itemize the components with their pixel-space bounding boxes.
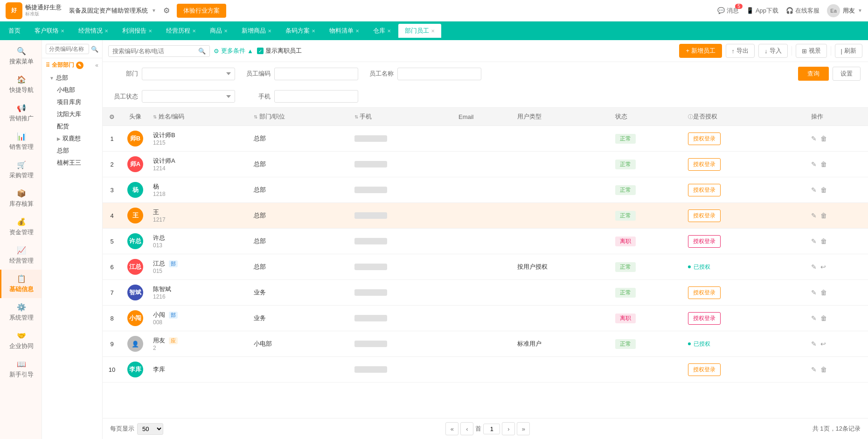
search-button[interactable]: 查询 <box>798 67 829 81</box>
edit-btn-5[interactable]: ✎ <box>811 237 817 245</box>
delete-btn-8[interactable]: 🗑 <box>820 314 827 322</box>
edit-btn-3[interactable]: ✎ <box>811 186 817 194</box>
app-download-button[interactable]: 📱 App下载 <box>746 7 778 15</box>
more-filter-button[interactable]: ⚙ 更多条件 ▲ <box>214 47 253 55</box>
nav-basic-info[interactable]: 📋 基础信息 <box>0 270 42 298</box>
tab-profit[interactable]: 利润报告 ✕ <box>116 24 159 38</box>
auth-btn-8[interactable]: 授权登录 <box>688 312 721 325</box>
dept-search-icon[interactable]: 🔍 <box>91 46 98 53</box>
nav-system[interactable]: ⚙️ 系统管理 <box>0 298 42 327</box>
last-page-btn[interactable]: » <box>517 422 530 435</box>
edit-btn-9[interactable]: ✎ <box>811 340 817 348</box>
tree-item-peihuo[interactable]: 配货 <box>53 120 102 132</box>
delete-btn-2[interactable]: 🗑 <box>820 160 827 168</box>
tree-item-zongbu2[interactable]: 总部 <box>53 145 102 157</box>
delete-btn-4[interactable]: 🗑 <box>820 212 827 219</box>
prev-page-btn[interactable]: ‹ <box>460 422 473 435</box>
tab-ops-close[interactable]: ✕ <box>104 28 108 34</box>
delete-btn-5[interactable]: 🗑 <box>820 237 827 245</box>
dept-edit-icon[interactable]: ✎ <box>76 62 83 69</box>
tree-item-xiaodianbu[interactable]: 小电部 <box>53 84 102 96</box>
add-employee-button[interactable]: + 新增员工 <box>679 44 722 58</box>
trial-button[interactable]: 体验行业方案 <box>177 4 226 18</box>
sidebar-collapse-btn[interactable]: « <box>95 62 98 69</box>
tab-bom[interactable]: 物料清单 ✕ <box>323 24 366 38</box>
edit-btn-10[interactable]: ✎ <box>811 366 817 373</box>
nav-finance[interactable]: 💰 资金管理 <box>0 213 42 241</box>
tab-history-close[interactable]: ✕ <box>192 28 196 34</box>
auth-btn-3[interactable]: 授权登录 <box>688 184 721 196</box>
message-button[interactable]: 💬 消息 5 <box>717 7 739 15</box>
search-icon[interactable]: 🔍 <box>198 48 206 55</box>
all-dept-label[interactable]: ⠿ 全部部门 ✎ <box>46 61 83 69</box>
auth-btn-1[interactable]: 授权登录 <box>688 132 721 145</box>
nav-sales[interactable]: 📊 销售管理 <box>0 127 42 156</box>
more-button[interactable]: | 刷新 <box>835 44 862 58</box>
view-button[interactable]: ⊞ 视景 <box>796 44 827 58</box>
edit-btn-4[interactable]: ✎ <box>811 212 817 219</box>
auth-btn-2[interactable]: 授权登录 <box>688 158 721 171</box>
tab-customer[interactable]: 客户联络 ✕ <box>28 24 71 38</box>
delete-btn-1[interactable]: 🗑 <box>820 135 827 142</box>
tree-item-zongbu-parent[interactable]: ▼ 总部 <box>46 72 102 84</box>
emp-status-select[interactable] <box>142 90 235 103</box>
delete-btn-9[interactable]: ↩ <box>820 340 826 348</box>
export-button[interactable]: ↑ 导出 <box>726 44 755 58</box>
tab-barcode-close[interactable]: ✕ <box>312 28 315 34</box>
first-page-btn[interactable]: « <box>445 422 458 435</box>
tree-item-project[interactable]: 项目库房 <box>53 96 102 108</box>
emp-code-input[interactable] <box>274 68 358 80</box>
nav-collab[interactable]: 🤝 企业协同 <box>0 327 42 355</box>
edit-btn-8[interactable]: ✎ <box>811 314 817 322</box>
tree-item-shenyang[interactable]: 沈阳大库 <box>53 108 102 120</box>
auth-btn-7[interactable]: 授权登录 <box>688 286 721 299</box>
tab-profit-close[interactable]: ✕ <box>148 28 152 34</box>
delete-btn-10[interactable]: 🗑 <box>820 366 827 373</box>
tree-item-shuanglu[interactable]: ▶ 双鹿想 <box>53 132 102 145</box>
tab-home[interactable]: 首页 <box>2 24 27 38</box>
nav-purchase[interactable]: 🛒 采购管理 <box>0 156 42 184</box>
next-page-btn[interactable]: › <box>502 422 515 435</box>
sort-icon-phone[interactable]: ⇅ <box>354 114 358 119</box>
tab-dept-staff[interactable]: 部门员工 ✕ <box>398 24 441 38</box>
settings-gear-button[interactable]: ⚙ <box>160 4 173 17</box>
nav-search-menu[interactable]: 🔍 搜索菜单 <box>0 42 42 70</box>
sort-icon-dept[interactable]: ⇅ <box>254 114 257 119</box>
user-section[interactable]: Ea 用友 ▼ <box>827 4 862 17</box>
tab-customer-close[interactable]: ✕ <box>61 28 64 34</box>
edit-btn-2[interactable]: ✎ <box>811 160 817 168</box>
show-resigned-toggle[interactable]: ✓ 显示离职员工 <box>257 47 302 55</box>
nav-inventory[interactable]: 📦 库存核算 <box>0 184 42 213</box>
user-dropdown-arrow[interactable]: ▼ <box>858 8 862 13</box>
tab-ops[interactable]: 经营情况 ✕ <box>72 24 115 38</box>
auth-btn-4[interactable]: 授权登录 <box>688 209 721 222</box>
tab-new-goods-close[interactable]: ✕ <box>268 28 271 34</box>
auth-info-icon[interactable]: ⓘ <box>688 114 693 119</box>
nav-quick-nav[interactable]: 🏠 快捷导航 <box>0 70 42 99</box>
tab-warehouse[interactable]: 仓库 ✕ <box>367 24 397 38</box>
nav-ops-mgmt[interactable]: 📈 经营管理 <box>0 241 42 270</box>
delete-btn-3[interactable]: 🗑 <box>820 186 827 194</box>
auth-btn-5[interactable]: 授权登录 <box>688 235 721 248</box>
per-page-select[interactable]: 50 100 200 <box>137 423 163 435</box>
tab-warehouse-close[interactable]: ✕ <box>387 28 391 34</box>
delete-btn-7[interactable]: 🗑 <box>820 289 827 296</box>
tab-barcode[interactable]: 条码方案 ✕ <box>279 24 322 38</box>
tab-bom-close[interactable]: ✕ <box>355 28 359 34</box>
edit-btn-6[interactable]: ✎ <box>811 263 817 271</box>
tree-item-zhushu[interactable]: 植树王三 <box>53 157 102 169</box>
delete-btn-6[interactable]: ↩ <box>820 263 826 271</box>
phone-input[interactable] <box>274 90 358 103</box>
tab-history[interactable]: 经营历程 ✕ <box>160 24 202 38</box>
set-button[interactable]: 设置 <box>833 67 861 81</box>
nav-guide[interactable]: 📖 新手引导 <box>0 355 42 383</box>
import-button[interactable]: ↓ 导入 <box>758 44 788 58</box>
emp-name-input[interactable] <box>397 68 481 80</box>
edit-btn-1[interactable]: ✎ <box>811 135 817 142</box>
edit-btn-7[interactable]: ✎ <box>811 289 817 296</box>
online-support-button[interactable]: 🎧 在线客服 <box>786 7 819 15</box>
settings-icon[interactable]: ⚙ <box>109 113 115 120</box>
auth-btn-10[interactable]: 授权登录 <box>688 363 721 376</box>
page-number-input[interactable] <box>483 424 500 434</box>
dept-filter-select[interactable] <box>142 68 235 80</box>
